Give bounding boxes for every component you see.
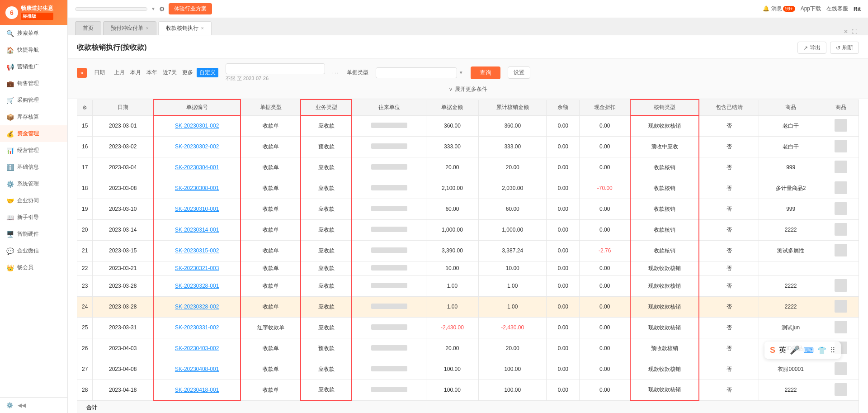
cell-accumulated: 2,030.00 bbox=[478, 178, 546, 199]
refresh-button[interactable]: ↺ 刷新 bbox=[830, 42, 859, 54]
watermark-inner: S 英 🎤 ⌨ 👕 ⠿ bbox=[764, 342, 841, 359]
cell-included: 否 bbox=[699, 157, 759, 178]
tab-prepay-close[interactable]: × bbox=[146, 26, 149, 31]
maximize-icon[interactable]: ⛶ bbox=[852, 28, 857, 35]
tab-prepay[interactable]: 预付冲应付单 × bbox=[103, 21, 156, 35]
cell-date: 2023-04-18 bbox=[93, 380, 153, 400]
sn-link[interactable]: SK-20230302-002 bbox=[175, 143, 219, 150]
cell-accumulated: 1.00 bbox=[478, 296, 546, 317]
cell-verify-type: 收款核销 bbox=[630, 178, 699, 199]
voucher-type-input[interactable] bbox=[376, 67, 457, 78]
cell-amount: 100.00 bbox=[426, 359, 478, 380]
cell-amount: 1.00 bbox=[426, 296, 478, 317]
sidebar-item-finance[interactable]: 💰 资金管理 bbox=[0, 125, 67, 142]
date-more[interactable]: 更多 bbox=[180, 68, 195, 77]
sn-link[interactable]: SK-20230328-002 bbox=[175, 304, 219, 310]
watermark-icon-4[interactable]: 👕 bbox=[817, 346, 826, 355]
sidebar-item-quicknav[interactable]: 🏠 快捷导航 bbox=[0, 42, 67, 58]
query-button[interactable]: 查询 bbox=[471, 66, 500, 79]
sidebar-item-search[interactable]: 🔍 搜索菜单 bbox=[0, 25, 67, 42]
sn-link[interactable]: SK-20230304-001 bbox=[175, 164, 219, 171]
sn-link[interactable]: SK-20230418-001 bbox=[175, 387, 219, 393]
watermark-icon-3[interactable]: ⌨ bbox=[803, 346, 814, 355]
sn-link[interactable]: SK-20230328-001 bbox=[175, 283, 219, 289]
filter-toggle-button[interactable]: » bbox=[77, 68, 87, 78]
cell-sn: SK-20230331-002 bbox=[153, 317, 241, 338]
date-custom[interactable]: 自定义 bbox=[197, 68, 218, 77]
sn-link[interactable]: SK-20230403-002 bbox=[175, 345, 219, 351]
sidebar-item-label: 新手引导 bbox=[17, 214, 39, 221]
collapse-icon[interactable]: ◀◀ bbox=[18, 402, 26, 408]
watermark-icon-5[interactable]: ⠿ bbox=[830, 346, 835, 355]
cell-discount: 0.00 bbox=[580, 338, 630, 359]
sn-link[interactable]: SK-20230308-001 bbox=[175, 185, 219, 191]
cell-amount: 333.00 bbox=[426, 136, 478, 157]
chart-icon: 📊 bbox=[6, 147, 14, 154]
tab-verify[interactable]: 收款核销执行 × bbox=[158, 21, 212, 35]
sidebar-item-operations[interactable]: 📊 经营管理 bbox=[0, 142, 67, 159]
sidebar-item-system[interactable]: ⚙️ 系统管理 bbox=[0, 176, 67, 192]
sn-link[interactable]: SK-20230310-001 bbox=[175, 206, 219, 212]
setting-button[interactable]: 设置 bbox=[508, 66, 530, 79]
online-service-link[interactable]: 在线客服 bbox=[826, 5, 848, 13]
date-last-month[interactable]: 上月 bbox=[112, 68, 127, 77]
sn-link[interactable]: SK-20230321-003 bbox=[175, 265, 219, 271]
cell-accumulated: 60.00 bbox=[478, 199, 546, 219]
solution-button[interactable]: 体验行业方案 bbox=[169, 3, 212, 14]
sidebar-item-hardware[interactable]: 🖥️ 智能硬件 bbox=[0, 226, 67, 242]
cell-accumulated: 20.00 bbox=[478, 338, 546, 359]
watermark-icon-1[interactable]: 英 bbox=[779, 346, 786, 355]
filter-expand-row: ∨ 展开更多条件 bbox=[77, 85, 859, 94]
expand-conditions[interactable]: ∨ 展开更多条件 bbox=[448, 85, 487, 93]
cell-balance: 0.00 bbox=[547, 136, 580, 157]
cell-partner bbox=[352, 219, 426, 240]
message-area[interactable]: 🔔 消息99+ bbox=[763, 5, 795, 13]
cell-goods: 2222 bbox=[759, 296, 823, 317]
cell-biz: 应收款 bbox=[301, 261, 352, 275]
address-input[interactable] bbox=[75, 7, 147, 11]
sidebar-item-inventory[interactable]: 📦 库存核算 bbox=[0, 109, 67, 125]
topbar-gear-icon[interactable]: ⚙ bbox=[159, 5, 165, 13]
cell-type: 收款单 bbox=[241, 380, 301, 400]
cell-sn: SK-20230408-001 bbox=[153, 359, 241, 380]
sn-link[interactable]: SK-20230408-001 bbox=[175, 366, 219, 372]
close-all-icon[interactable]: ✕ bbox=[844, 28, 848, 35]
watermark-icon-2[interactable]: 🎤 bbox=[790, 345, 800, 355]
sidebar-item-sales[interactable]: 💼 销售管理 bbox=[0, 75, 67, 92]
cell-no: 26 bbox=[77, 338, 93, 359]
cell-partner bbox=[352, 240, 426, 261]
sidebar-item-collab[interactable]: 🤝 企业协同 bbox=[0, 192, 67, 209]
cell-type: 收款单 bbox=[241, 240, 301, 261]
counterpart-input[interactable] bbox=[226, 63, 325, 74]
export-button[interactable]: ↗ 导出 bbox=[797, 42, 826, 54]
sn-link[interactable]: SK-20230301-002 bbox=[175, 123, 219, 129]
cell-date: 2023-03-21 bbox=[93, 261, 153, 275]
sidebar-item-newbie[interactable]: 📖 新手引导 bbox=[0, 209, 67, 226]
col-partner: 往来单位 bbox=[352, 100, 426, 115]
cell-sn: SK-20230302-002 bbox=[153, 136, 241, 157]
cell-verify-type: 收款核销 bbox=[630, 157, 699, 178]
tab-home[interactable]: 首页 bbox=[75, 21, 101, 35]
sn-link[interactable]: SK-20230331-002 bbox=[175, 324, 219, 331]
cell-amount: 360.00 bbox=[426, 115, 478, 136]
date-7days[interactable]: 近7天 bbox=[161, 68, 179, 77]
date-this-month[interactable]: 本月 bbox=[128, 68, 143, 77]
settings-icon[interactable]: ⚙️ bbox=[6, 402, 13, 408]
cell-included: 否 bbox=[699, 115, 759, 136]
sn-link[interactable]: SK-20230314-001 bbox=[175, 227, 219, 233]
sidebar-item-member[interactable]: 👑 畅会员 bbox=[0, 259, 67, 276]
sidebar-item-basics[interactable]: ℹ️ 基础信息 bbox=[0, 159, 67, 176]
sn-link[interactable]: SK-20230315-002 bbox=[175, 247, 219, 254]
app-download-link[interactable]: App下载 bbox=[801, 5, 821, 13]
cell-thumb bbox=[823, 115, 859, 136]
sidebar-item-wechat[interactable]: 💬 企业微信 bbox=[0, 242, 67, 259]
sidebar-item-label: 企业协同 bbox=[17, 197, 39, 204]
col-settings[interactable]: ⚙ bbox=[77, 100, 93, 115]
voucher-type-dropdown-icon[interactable]: ▼ bbox=[459, 70, 463, 75]
date-this-year[interactable]: 本年 bbox=[145, 68, 159, 77]
sidebar-item-purchase[interactable]: 🛒 采购管理 bbox=[0, 92, 67, 109]
tab-verify-close[interactable]: × bbox=[201, 26, 204, 31]
cell-partner bbox=[352, 115, 426, 136]
sidebar-item-marketing[interactable]: 📢 营销推广 bbox=[0, 58, 67, 75]
cell-verify-type: 现款收款核销 bbox=[630, 380, 699, 400]
